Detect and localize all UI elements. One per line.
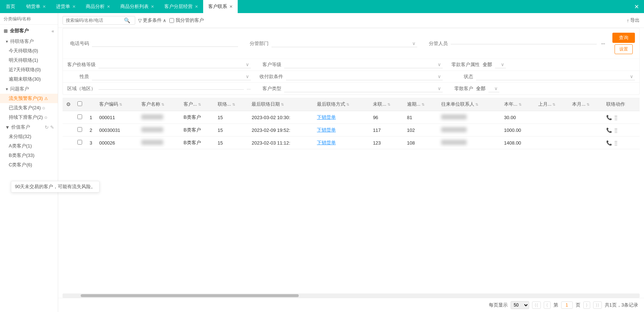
payment-select[interactable]: ∨ [286,73,443,80]
cell-action-1[interactable]: 📞 ⣿ [603,124,640,137]
my-customers-checkbox[interactable] [169,18,174,23]
sidebar-item-lost-warning[interactable]: 流失预警客户(3) ⚠ [0,94,58,103]
col-last-contact-date[interactable]: 最后联络日期 ⇅ [249,98,314,111]
sidebar-item-c-class[interactable]: C类客户(6) [0,160,58,170]
first-page-btn[interactable]: ⟨⟨ [532,301,541,309]
cell-method-2[interactable]: 下销货单 [314,137,370,149]
action-phone-icon-2[interactable]: 📞 [606,140,612,146]
col-company-contact[interactable]: 往来单位联系人 ⇅ [438,98,501,111]
col-checkbox-header[interactable] [75,98,85,111]
tab-customer-tier-close[interactable]: ✕ [195,4,198,9]
sidebar-item-overdue-pending[interactable]: 逾期未联络(30) [0,74,58,84]
sidebar-item-already-lost[interactable]: 已流失客户(24) ⊙ [0,103,58,113]
tab-goods-analysis-close[interactable]: ✕ [107,4,110,9]
cell-method-1[interactable]: 下销货单 [314,124,370,137]
tab-customer-contact[interactable]: 客户联系 ✕ [203,0,238,13]
cell-checkbox-1[interactable] [75,124,85,137]
status-select[interactable]: ∨ [476,73,635,80]
region-more-dots[interactable]: ··· [247,86,251,92]
action-more-icon-1[interactable]: ⣿ [614,127,618,133]
tab-home[interactable]: 首页 [0,0,21,13]
zero-attr-select[interactable]: ∨ [495,61,506,68]
region-select[interactable] [98,88,244,90]
tab-goods-list-close[interactable]: ✕ [151,4,154,9]
tab-customer-tier[interactable]: 客户分层经营 ✕ [159,0,203,13]
gender-select[interactable]: ∨ [92,73,251,80]
col-last-month[interactable]: 上月... ⇅ [535,98,569,111]
action-more-icon-0[interactable]: ⣿ [614,115,618,120]
level-select[interactable]: ∨ [284,61,443,68]
tab-purchase[interactable]: 进货单 ✕ [51,0,81,13]
window-close-button[interactable]: ✕ [629,3,644,10]
sidebar-item-ungrouped[interactable]: 未分组(32) [0,132,58,141]
sidebar-item-today-pending[interactable]: 今天待联络(0) [0,46,58,56]
select-all-checkbox[interactable] [77,101,82,106]
tab-sales[interactable]: 销货单 ✕ [21,0,51,13]
last-page-btn[interactable]: ⟩⟩ [593,301,602,309]
col-this-month[interactable]: 本月... ⇅ [569,98,603,111]
cell-checkbox-2[interactable] [75,137,85,149]
page-input[interactable] [561,301,573,309]
col-name[interactable]: 客户名称 ⇅ [138,98,181,111]
action-phone-icon-0[interactable]: 📞 [606,115,612,120]
sidebar-item-b-class[interactable]: B类客户(33) [0,151,58,160]
col-contact[interactable]: 联络... ⇅ [215,98,249,111]
sidebar-item-a-class[interactable]: A类客户(1) [0,141,58,151]
action-phone-icon-1[interactable]: 📞 [606,127,612,133]
tab-goods-list[interactable]: 商品分析列表 ✕ [115,0,159,13]
tab-customer-contact-close[interactable]: ✕ [229,4,233,9]
export-button[interactable]: ↑ 导出 [627,17,640,24]
col-this-year[interactable]: 本年... ⇅ [501,98,535,111]
dept-select[interactable]: ∨ [271,40,418,47]
tab-goods-analysis[interactable]: 商品分析 ✕ [81,0,115,13]
prev-page-btn[interactable]: ⟨ [544,301,551,309]
edit-icon[interactable]: ✎ [50,125,54,130]
cell-action-2[interactable]: 📞 ⣿ [603,137,640,149]
phone-input[interactable] [92,40,238,47]
method-link-2[interactable]: 下销货单 [317,140,336,145]
person-select[interactable] [451,42,597,44]
sidebar-item-declining[interactable]: 持续下滑客户(2) ⊙ [0,113,58,122]
sidebar-item-7day-pending[interactable]: 近7天待联络(0) [0,65,58,74]
per-page-select[interactable]: 50 20 100 [511,301,529,309]
row-checkbox-2[interactable] [77,140,82,145]
table-scrollbar-area[interactable] [63,293,640,298]
col-overdue[interactable]: 逾期... ⇅ [404,98,438,111]
table-gear-button[interactable]: ⚙ [65,101,72,108]
sidebar-item-tomorrow-pending[interactable]: 明天待联络(1) [0,56,58,65]
tab-sales-close[interactable]: ✕ [43,4,46,9]
col-code[interactable]: 客户编码 ⇅ [96,98,138,111]
col-last-contact-method[interactable]: 最后联络方式 ⇅ [314,98,370,111]
zero-customer-select[interactable]: ∨ [488,85,499,92]
action-more-icon-2[interactable]: ⣿ [614,140,618,146]
cell-checkbox-0[interactable] [75,111,85,124]
method-link-0[interactable]: 下销货单 [317,114,336,120]
sidebar-search-input[interactable] [4,16,58,21]
my-customers-checkbox-label[interactable]: 我分管的客户 [169,17,204,24]
cell-action-0[interactable]: 📞 ⣿ [603,111,640,124]
row-checkbox-1[interactable] [77,127,82,132]
toolbar-search-input[interactable] [66,18,124,23]
settings-button[interactable]: 设置 [615,44,633,54]
sidebar-all-customers[interactable]: ⊞ 全部客户 « [0,25,58,36]
tab-purchase-close[interactable]: ✕ [72,4,76,9]
col-unlinkday[interactable]: 未联... ⇅ [370,98,404,111]
sidebar-pending-group[interactable]: ▼ 待联络客户 [0,36,58,46]
cell-method-0[interactable]: 下销货单 [314,111,370,124]
query-button[interactable]: 查询 [612,33,635,43]
action-icons-1[interactable]: 📞 ⣿ [606,127,637,133]
row-checkbox-0[interactable] [77,114,82,119]
method-link-1[interactable]: 下销货单 [317,127,336,133]
price-level-select[interactable]: ∨ [98,61,251,68]
sidebar-value-group[interactable]: ▼ 价值客户 ↻ ✎ [0,122,58,132]
next-page-btn[interactable]: ⟩ [583,301,590,309]
toolbar-search-icon[interactable]: 🔍 [124,17,130,23]
table-scrollbar-thumb[interactable] [81,294,299,297]
person-more-dots[interactable]: ··· [601,41,608,46]
refresh-icon[interactable]: ↻ [45,125,49,130]
col-settings[interactable]: ⚙ [63,98,75,111]
collapse-icon[interactable]: « [52,28,54,34]
sidebar-lost-group[interactable]: ▼ 问题客户 [0,84,58,94]
col-type[interactable]: 客户... ⇅ [181,98,215,111]
customer-type-select[interactable]: ∨ [284,85,443,92]
